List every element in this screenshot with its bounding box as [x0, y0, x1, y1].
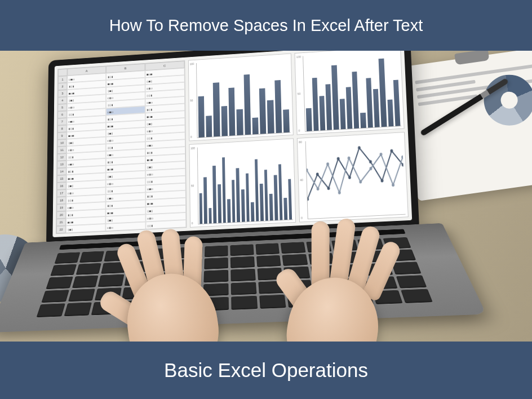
- bottom-banner-title: Basic Excel Operations: [164, 359, 368, 382]
- top-banner: How To Remove Spaces In Excel After Text: [0, 0, 532, 51]
- charts-area: 100500 100500 100500 80400: [188, 51, 409, 228]
- svg-point-19: [401, 156, 404, 159]
- top-banner-title: How To Remove Spaces In Excel After Text: [109, 16, 423, 35]
- bottom-banner: Basic Excel Operations: [0, 342, 532, 399]
- bar-chart-3: 100500: [189, 138, 296, 227]
- hero-scene: ABC1◻◼◻▮▯▮◼◻◼2▮▯▮◼◻◼▯◼▯3◼◻◼▯◼▯◻▮◻4▯◼▯◻▮◻…: [0, 51, 532, 342]
- bar-chart-1: 100500: [188, 54, 294, 141]
- laptop-screen-frame: ABC1◻◼◻▮▯▮◼◻◼2▮▯▮◼◻◼▯◼▯3◼◻◼▯◼▯◻▮◻4▯◼▯◻▮◻…: [46, 51, 419, 244]
- hand-left: [91, 215, 246, 342]
- laptop-screen: ABC1◻◼◻▮▯▮◼◻◼2▮▯▮◼◻◼▯◼▯3◼◻◼▯◼▯◻▮◻4▯◼▯◻▮◻…: [52, 51, 412, 237]
- clipboard-clip: [454, 51, 489, 65]
- bar-chart-2: 100500: [295, 51, 405, 135]
- line-chart: 80400: [297, 132, 409, 222]
- spreadsheet-grid: ABC1◻◼◻▮▯▮◼◻◼2▮▯▮◼◻◼▯◼▯3◼◻◼▯◼▯◻▮◻4▯◼▯◻▮◻…: [56, 60, 187, 234]
